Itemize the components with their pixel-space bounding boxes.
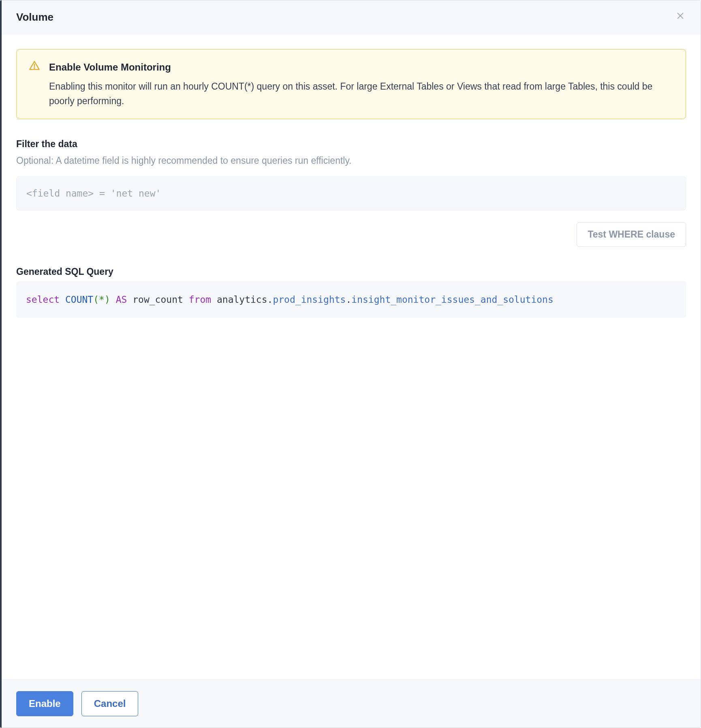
sql-lparen: ( — [93, 294, 99, 305]
sql-keyword-select: select — [26, 294, 60, 305]
close-icon — [676, 11, 685, 23]
sql-keyword-from: from — [189, 294, 211, 305]
generated-sql-label: Generated SQL Query — [16, 265, 686, 279]
enable-button[interactable]: Enable — [16, 691, 73, 716]
test-row: Test WHERE clause — [16, 222, 686, 247]
sql-dot1: . — [267, 294, 273, 305]
cancel-button[interactable]: Cancel — [81, 691, 139, 716]
modal-footer: Enable Cancel — [2, 679, 701, 728]
modal-header: Volume — [2, 0, 701, 34]
sql-keyword-as: AS — [116, 294, 127, 305]
sql-star: * — [99, 294, 105, 305]
sql-keyword-count: COUNT — [65, 294, 93, 305]
test-where-clause-button[interactable]: Test WHERE clause — [577, 222, 686, 247]
sql-rparen: ) — [105, 294, 110, 305]
warning-alert: Enable Volume Monitoring Enabling this m… — [16, 49, 686, 119]
close-button[interactable] — [675, 12, 686, 23]
generated-sql-block: select COUNT(*) AS row_count from analyt… — [16, 281, 686, 318]
alert-content: Enable Volume Monitoring Enabling this m… — [49, 60, 673, 108]
sql-db: analytics — [217, 294, 267, 305]
alert-title: Enable Volume Monitoring — [49, 60, 673, 75]
sql-schema: prod_insights — [273, 294, 346, 305]
filter-sublabel: Optional: A datetime field is highly rec… — [16, 154, 686, 168]
modal-body: Enable Volume Monitoring Enabling this m… — [2, 34, 701, 679]
filter-label: Filter the data — [16, 137, 686, 151]
sql-table: insight_monitor_issues_and_solutions — [351, 294, 554, 305]
volume-modal: Volume Enable Volume Monitoring Ena — [0, 0, 701, 728]
svg-point-3 — [34, 68, 34, 68]
alert-description: Enabling this monitor will run an hourly… — [49, 79, 673, 108]
warning-icon — [29, 60, 40, 108]
modal-title: Volume — [16, 9, 53, 25]
where-clause-input[interactable] — [16, 176, 686, 210]
sql-alias: row_count — [133, 294, 183, 305]
sql-dot2: . — [346, 294, 351, 305]
